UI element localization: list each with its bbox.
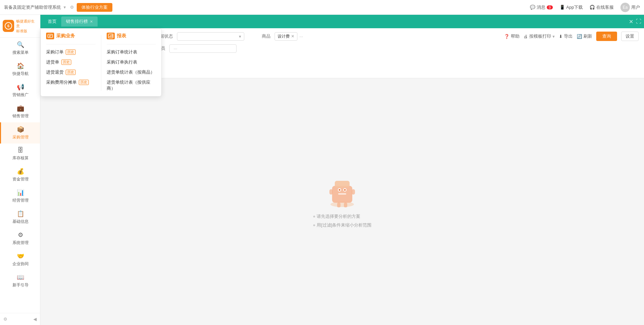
sidebar-item-enterprise[interactable]: 🤝 企业协同	[0, 249, 40, 270]
sidebar-item-system[interactable]: ⚙ 系统管理	[0, 228, 40, 249]
export-btn[interactable]: ⬇ 导出	[559, 33, 573, 39]
sidebar-settings-icon[interactable]: ⚙	[3, 317, 7, 322]
sidebar-item-label: 营销推广	[12, 92, 29, 98]
svg-rect-11	[352, 189, 355, 195]
refresh-btn[interactable]: 🔄 刷新	[577, 33, 592, 39]
sidebar-item-marketing[interactable]: 📢 营销推广	[0, 80, 40, 101]
logo-icon: 6	[3, 20, 14, 32]
sidebar-item-finance[interactable]: 💰 资金管理	[0, 164, 40, 186]
print-btn[interactable]: 🖨 按模板打印 ▾	[524, 33, 555, 39]
sidebar-collapse-icon[interactable]: ◀	[33, 317, 37, 322]
svg-rect-10	[329, 189, 333, 195]
dropdown-item-inbound[interactable]: 进货单 历史	[46, 57, 96, 67]
purchase-col-icon	[46, 33, 54, 39]
salesperson-dots: ···	[174, 46, 177, 51]
sales-icon: 💼	[17, 105, 24, 112]
message-icon: 💬	[530, 5, 535, 10]
print-icon: 🖨	[524, 34, 528, 39]
sidebar-item-label: 资金管理	[12, 176, 29, 182]
svg-point-7	[339, 189, 341, 191]
history-badge-3: 历史	[66, 70, 76, 75]
item-label: 进货单	[46, 59, 59, 65]
salesperson-select[interactable]: ···	[169, 44, 237, 53]
search-icon: 🔍	[17, 41, 24, 48]
svg-rect-9	[338, 193, 346, 195]
tab-sales-ranking[interactable]: 销售排行榜 ✕	[61, 16, 98, 27]
industry-btn[interactable]: 体验行业方案	[77, 3, 112, 12]
tab-home-label: 首页	[48, 18, 57, 25]
sidebar-item-label: 系统管理	[12, 240, 29, 246]
report-col-title: 报表	[107, 33, 156, 41]
avatar: Ea	[620, 3, 630, 12]
inventory-icon: 🗄	[17, 147, 24, 154]
goods-more-icon[interactable]: ···	[299, 34, 303, 39]
goods-label: 商品	[262, 33, 271, 39]
sidebar-item-nav[interactable]: 🏠 快捷导航	[0, 59, 40, 80]
system-icon: ⚙	[18, 231, 23, 239]
dropdown-item-purchase-order[interactable]: 采购订单 历史	[46, 47, 96, 57]
export-icon: ⬇	[559, 34, 563, 39]
sidebar-item-guide[interactable]: 📖 新手引导	[0, 270, 40, 291]
sidebar-item-base[interactable]: 📋 基础信息	[0, 207, 40, 228]
purchase-col-title: 采购业务	[46, 33, 96, 41]
phone-icon: 📱	[560, 5, 565, 10]
dropdown-item-inbound-by-supplier[interactable]: 进货单统计表（按供应商）	[107, 77, 156, 93]
gear-icon[interactable]: ⚙	[70, 5, 74, 10]
goods-tag-close-icon[interactable]: ✕	[291, 34, 294, 39]
guide-icon: 📖	[17, 274, 24, 281]
dropdown-cols: 采购业务 采购订单 历史 进货单 历史 进货退货 历史 采购费用分摊单 历史	[41, 33, 161, 93]
chevron-down-icon[interactable]: ▾	[64, 5, 66, 10]
divider-2	[107, 44, 156, 44]
tab-close-icon[interactable]: ✕	[90, 19, 93, 24]
content-area: 请先选择要分析的方案 用[过滤]条件来缩小分析范围	[40, 78, 644, 325]
system-title: 装备及固定资产辅助管理系统	[4, 4, 61, 10]
dropdown-item-cost-allocation[interactable]: 采购费用分摊单 历史	[46, 77, 96, 87]
setting-btn[interactable]: 设置	[621, 32, 639, 41]
logo-text: 畅捷通好生意 标准版	[16, 19, 37, 33]
tab-sales-ranking-label: 销售排行榜	[66, 18, 88, 25]
help-icon: ❓	[504, 34, 509, 39]
dropdown-item-order-stat[interactable]: 采购订单统计表	[107, 47, 156, 57]
print-chevron-icon: ▾	[552, 34, 555, 39]
dropdown-item-return[interactable]: 进货退货 历史	[46, 67, 96, 77]
message-btn[interactable]: 💬 消息 9	[530, 4, 553, 10]
sidebar-item-operations[interactable]: 📊 经营管理	[0, 186, 40, 207]
app-download-label: App下载	[566, 4, 583, 10]
voucher-status-select[interactable]: ▾	[177, 32, 244, 41]
item-label: 进货单统计表（按商品）	[107, 69, 155, 75]
dropdown-item-order-exec[interactable]: 采购订单执行表	[107, 57, 156, 67]
empty-illustration	[322, 174, 362, 209]
top-bar-left: 装备及固定资产辅助管理系统 ▾ ⚙ 体验行业方案	[4, 3, 112, 12]
query-btn[interactable]: 查询	[596, 32, 617, 41]
sidebar-item-label: 搜索菜单	[12, 50, 29, 55]
svg-rect-13	[344, 203, 347, 207]
sidebar-item-search[interactable]: 🔍 搜索菜单	[0, 38, 40, 59]
sidebar: 6 畅捷通好生意 标准版 🔍 搜索菜单 🏠 快捷导航 📢 营销推广 💼 销售管理…	[0, 15, 40, 325]
finance-icon: 💰	[17, 168, 24, 175]
svg-text:6: 6	[7, 24, 9, 28]
dropdown-item-inbound-by-goods[interactable]: 进货单统计表（按商品）	[107, 67, 156, 77]
sidebar-logo: 6 畅捷通好生意 标准版	[0, 15, 40, 38]
help-btn[interactable]: ❓ 帮助	[504, 33, 520, 39]
sidebar-items: 🔍 搜索菜单 🏠 快捷导航 📢 营销推广 💼 销售管理 📦 采购管理 🗄 库存核…	[0, 38, 40, 313]
sidebar-item-sales[interactable]: 💼 销售管理	[0, 101, 40, 122]
report-col-icon	[107, 33, 115, 39]
dropdown-col-report: 报表 采购订单统计表 采购订单执行表 进货单统计表（按商品） 进货单统计表（按供…	[101, 33, 162, 93]
goods-tag[interactable]: 设计费 ✕	[275, 32, 297, 41]
item-label: 进货单统计表（按供应商）	[107, 79, 156, 91]
sidebar-item-inventory[interactable]: 🗄 库存核算	[0, 144, 40, 164]
chevron-down-icon: ▾	[239, 34, 241, 39]
top-bar: 装备及固定资产辅助管理系统 ▾ ⚙ 体验行业方案 💬 消息 9 📱 App下载 …	[0, 0, 644, 15]
online-service-label: 在线客服	[596, 4, 614, 10]
tab-home[interactable]: 首页	[43, 16, 61, 27]
tab-expand-btn[interactable]: ⛶	[636, 18, 641, 25]
tab-bar: 首页 销售排行榜 ✕ ✕ ⛶	[40, 15, 644, 28]
sidebar-item-label: 销售管理	[12, 113, 29, 119]
tab-close-btn[interactable]: ✕	[629, 18, 633, 25]
sidebar-item-purchase[interactable]: 📦 采购管理	[0, 122, 40, 144]
online-service-btn[interactable]: 🎧 在线客服	[589, 4, 614, 10]
refresh-icon: 🔄	[577, 34, 582, 39]
sidebar-item-label: 新手引导	[12, 282, 29, 288]
app-download-btn[interactable]: 📱 App下载	[560, 4, 583, 10]
user-btn[interactable]: Ea 用户	[620, 3, 640, 12]
